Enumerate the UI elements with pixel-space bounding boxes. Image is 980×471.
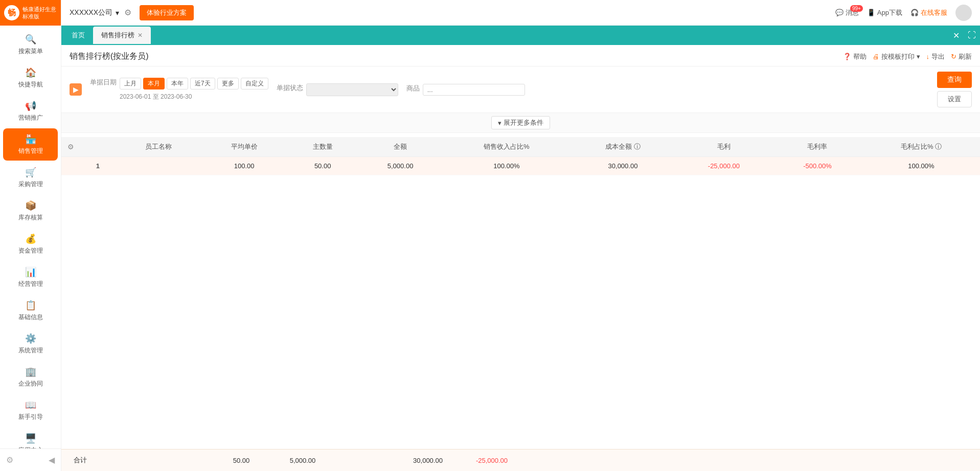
export-label: 导出 [931, 52, 945, 61]
export-button[interactable]: ↓ 导出 [926, 52, 945, 61]
col-employee-header: 员工名称 [116, 137, 201, 157]
help-icon: ❓ [843, 53, 851, 60]
sidebar-item-guide[interactable]: 📖 新手引导 [3, 394, 58, 427]
table-container: ⚙ 员工名称 平均单价 主数量 全额 销售收入占比% 成本全额 ⓘ 毛利 毛利率… [61, 133, 980, 449]
sidebar-item-quick-nav[interactable]: 🏠 快捷导航 [3, 62, 58, 94]
sidebar-item-finance[interactable]: 💰 资金管理 [3, 228, 58, 260]
sidebar-label-finance: 资金管理 [18, 246, 43, 255]
enterprise-icon: 🏢 [25, 366, 36, 377]
print-label: 按模板打印 [881, 52, 915, 61]
export-icon: ↓ [926, 53, 930, 60]
sidebar-item-operations[interactable]: 📊 经营管理 [3, 261, 58, 294]
company-selector[interactable]: XXXXXX公司 ▾ [70, 8, 119, 17]
sidebar-label-enterprise: 企业协同 [18, 379, 43, 388]
tab-fullscreen-icon[interactable]: ⛶ [966, 29, 978, 42]
cell-profitpct-0: 100.00% [862, 157, 980, 175]
goods-input-wrapper [423, 84, 525, 96]
cell-cost-0: 30,000.00 [571, 157, 675, 175]
message-icon: 💬 [835, 9, 844, 16]
page-content: 销售排行榜(按业务员) ❓ 帮助 🖨 按模板打印 ▾ ↓ 导出 [61, 45, 980, 471]
logo-text: 畅康通好生意 标准版 [22, 6, 56, 20]
sidebar-item-sales[interactable]: 🏪 销售管理 [3, 128, 58, 161]
refresh-label: 刷新 [959, 52, 972, 61]
system-icon: ⚙️ [25, 333, 36, 344]
inner-page: 销售排行榜(按业务员) ❓ 帮助 🖨 按模板打印 ▾ ↓ 导出 [61, 45, 980, 471]
cell-profitrate-0: -500.00% [772, 157, 862, 175]
tab-sales-ranking[interactable]: 销售排行榜 ✕ [93, 27, 151, 44]
tab-close-all-icon[interactable]: ✕ [951, 29, 962, 42]
sidebar-item-inventory[interactable]: 📦 库存核算 [3, 195, 58, 227]
query-button[interactable]: 查询 [937, 72, 972, 88]
sidebar-collapse-icon[interactable]: ◀ [47, 453, 57, 467]
col-amount-header: 全额 [358, 137, 443, 157]
filter-toggle-btn[interactable]: ▶ [70, 83, 82, 96]
sidebar-item-system[interactable]: ⚙️ 系统管理 [3, 328, 58, 360]
goods-input[interactable] [423, 84, 525, 96]
sidebar-item-search[interactable]: 🔍 搜索菜单 [3, 29, 58, 61]
trial-button[interactable]: 体验行业方案 [140, 5, 194, 20]
sidebar-item-marketing[interactable]: 📢 营销推广 [3, 95, 58, 127]
more-btn[interactable]: 更多 [217, 78, 239, 89]
app-icon: 📱 [867, 9, 875, 16]
service-button[interactable]: 🎧 在线客服 [910, 8, 947, 17]
cell-salespct-0: 100.00% [442, 157, 571, 175]
app-download-button[interactable]: 📱 App下载 [867, 8, 902, 17]
col-profit-header: 毛利 [675, 137, 772, 157]
topbar: XXXXXX公司 ▾ ⚙ 体验行业方案 💬 消息 99+ 📱 App下载 🎧 在… [61, 0, 980, 26]
home-tab-label: 首页 [72, 31, 85, 40]
expand-label: 展开更多条件 [504, 118, 543, 127]
cell-settings-0 [61, 157, 80, 175]
sidebar-footer: ⚙ ◀ [0, 448, 61, 471]
operations-icon: 📊 [25, 266, 36, 278]
marketing-icon: 📢 [25, 100, 36, 111]
ranking-table: ⚙ 员工名称 平均单价 主数量 全额 销售收入占比% 成本全额 ⓘ 毛利 毛利率… [61, 137, 980, 175]
last7-btn[interactable]: 近7天 [190, 78, 215, 89]
app-label: App下载 [877, 8, 902, 17]
help-button[interactable]: ❓ 帮助 [843, 52, 867, 61]
sidebar-label-marketing: 营销推广 [18, 114, 43, 122]
tabbar-right: ✕ ⛶ [951, 29, 978, 42]
sidebar-item-enterprise[interactable]: 🏢 企业协同 [3, 361, 58, 393]
settings-button[interactable]: 设置 [937, 91, 972, 107]
company-dropdown-icon[interactable]: ▾ [116, 9, 119, 17]
col-cost-header: 成本全额 ⓘ [571, 137, 675, 157]
table-head: ⚙ 员工名称 平均单价 主数量 全额 销售收入占比% 成本全额 ⓘ 毛利 毛利率… [61, 137, 980, 157]
column-settings-icon[interactable]: ⚙ [67, 143, 74, 151]
last-month-btn[interactable]: 上月 [120, 78, 141, 89]
footer-profit: -25,000.00 [461, 455, 522, 466]
tab-home[interactable]: 首页 [63, 27, 93, 44]
sidebar-nav: 🔍 搜索菜单🏠 快捷导航📢 营销推广🏪 销售管理🛒 采购管理📦 库存核算💰 资金… [0, 26, 61, 448]
sidebar-settings-icon[interactable]: ⚙ [4, 453, 15, 467]
sidebar-label-operations: 经营管理 [18, 280, 43, 288]
col-profitpct-header: 毛利占比% ⓘ [862, 137, 980, 157]
custom-btn[interactable]: 自定义 [241, 78, 268, 89]
sidebar-logo: 畅 畅康通好生意 标准版 [0, 0, 61, 26]
date-range: 2023-06-01 至 2023-06-30 [120, 93, 192, 101]
col-avgprice-header: 平均单价 [201, 137, 287, 157]
topbar-gear-icon[interactable]: ⚙ [124, 8, 131, 17]
footer-spacer [333, 458, 395, 462]
sidebar-item-app-center[interactable]: 🖥️ 应用中心 [3, 428, 58, 448]
print-icon: 🖨 [873, 53, 879, 60]
sidebar-item-base-info[interactable]: 📋 基础信息 [3, 295, 58, 327]
this-month-btn[interactable]: 本月 [143, 78, 165, 89]
sidebar-label-sales: 销售管理 [18, 147, 43, 155]
expand-more-btn[interactable]: ▾ 展开更多条件 [491, 116, 550, 129]
tab-close-icon[interactable]: ✕ [138, 32, 143, 39]
print-dropdown-icon[interactable]: ▾ [917, 53, 920, 60]
refresh-button[interactable]: ↻ 刷新 [951, 52, 972, 61]
message-button[interactable]: 💬 消息 99+ [835, 8, 859, 17]
status-select[interactable] [306, 83, 398, 96]
sidebar-label-search: 搜索菜单 [18, 47, 43, 56]
cell-employee-0 [116, 157, 201, 175]
sidebar-item-purchase[interactable]: 🛒 采购管理 [3, 162, 58, 194]
filter-bar: ▶ 单据日期 上月 本月 本年 近7天 更多 自定义 2023-06-01 至 … [61, 66, 980, 113]
main-area: XXXXXX公司 ▾ ⚙ 体验行业方案 💬 消息 99+ 📱 App下载 🎧 在… [61, 0, 980, 471]
user-avatar[interactable] [955, 5, 972, 21]
table-body: 1 100.00 50.00 5,000.00 100.00% 30,000.0… [61, 157, 980, 175]
print-button[interactable]: 🖨 按模板打印 ▾ [873, 52, 920, 61]
sidebar-label-purchase: 采购管理 [18, 180, 43, 189]
goods-filter-group: 商品 [406, 84, 525, 96]
this-year-btn[interactable]: 本年 [167, 78, 188, 89]
topbar-right: 💬 消息 99+ 📱 App下载 🎧 在线客服 [835, 5, 972, 21]
